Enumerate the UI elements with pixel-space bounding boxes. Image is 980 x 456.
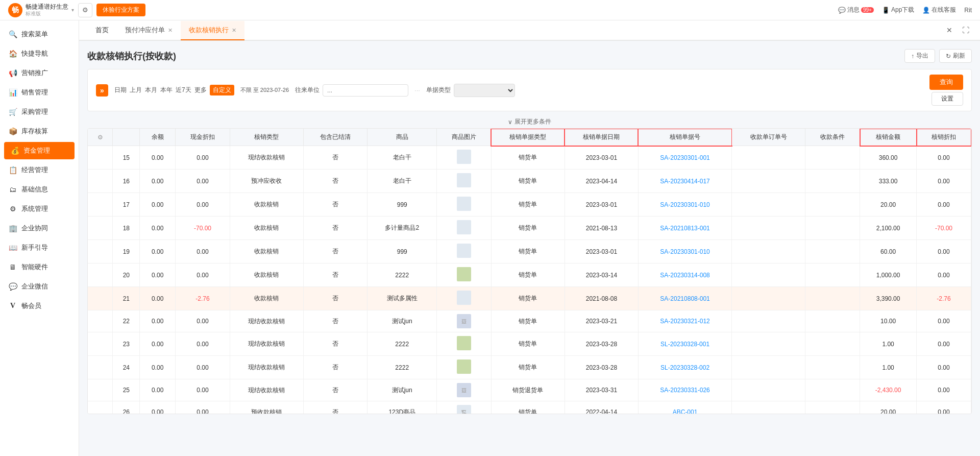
col-writeoff-bill-no-cell[interactable]: SA-20230414-017 [638,170,731,193]
filter-date-this-year[interactable]: 本年 [160,86,173,94]
tab-expand-icon[interactable]: ⛶ [960,24,972,36]
setting-button[interactable]: 设置 [932,92,963,106]
filter-counterparty-input[interactable] [323,84,408,97]
base-icon: 🗂 [8,185,17,194]
col-writeoff-type-cell: 收款核销 [230,193,303,217]
col-writeoff-bill-no-cell[interactable]: SA-20210808-001 [638,287,731,310]
col-writeoff-type: 核销类型 [230,129,303,146]
col-include-settled-cell: 否 [303,310,367,332]
writeoff-bill-no-link[interactable]: SA-20230301-010 [660,248,709,255]
tab-receipt-label: 收款核销执行 [189,26,229,35]
expand-more-conditions[interactable]: ∨ 展开更多条件 [87,115,972,128]
sidebar-item-quicknav[interactable]: 🏠 快捷导航 [0,44,79,63]
sidebar-item-finance[interactable]: 💰 资金管理 [4,142,75,159]
tab-home[interactable]: 首页 [87,21,117,40]
export-button[interactable]: ↑ 导出 [904,49,935,63]
writeoff-bill-no-link[interactable]: SA-20230414-017 [660,178,709,185]
product-image: 🏗 [457,405,471,414]
writeoff-bill-no-link[interactable]: ABC-001 [673,409,698,414]
col-receipt-order-no: 收款单订单号 [732,129,805,146]
col-writeoff-bill-no-cell[interactable]: SA-20230314-008 [638,263,731,287]
sidebar-item-marketing[interactable]: 📢 营销推广 [0,63,79,83]
logo-dropdown-arrow[interactable]: ▾ [71,7,74,13]
col-gear-cell [88,240,113,263]
export-icon: ↑ [911,53,914,60]
col-writeoff-amount-cell: 20.00 [860,401,917,415]
writeoff-bill-no-link[interactable]: SA-20210808-001 [660,295,709,302]
col-writeoff-bill-no-cell[interactable]: SA-20230301-010 [638,240,731,263]
col-writeoff-bill-no-cell[interactable]: SA-20230331-026 [638,379,731,401]
col-gear[interactable]: ⚙ [88,129,113,146]
sidebar-label-inventory: 库存核算 [21,127,48,136]
col-writeoff-bill-no-cell[interactable]: ABC-001 [638,401,731,415]
search-icon: 🔍 [8,30,17,39]
col-writeoff-bill-no-cell[interactable]: SL-20230328-002 [638,356,731,379]
filter-date-this-month[interactable]: 本月 [145,86,157,94]
writeoff-bill-no-link[interactable]: SA-20230301-010 [660,201,709,208]
query-button[interactable]: 查询 [929,75,963,90]
col-seq-cell: 26 [113,401,140,415]
filter-date-7days[interactable]: 近7天 [176,86,191,94]
tab-prepay-close[interactable]: ✕ [168,27,173,34]
message-badge[interactable]: 💬 消息 99+ [838,6,874,14]
filter-date-last-month[interactable]: 上月 [130,86,142,94]
writeoff-bill-no-link[interactable]: SA-20230321-012 [660,318,709,325]
writeoff-bill-no-link[interactable]: SL-20230328-002 [660,364,709,371]
tab-prepay[interactable]: 预付冲应付单 ✕ [117,21,181,40]
col-seq-cell: 23 [113,332,140,356]
sidebar-item-member[interactable]: V 畅会员 [0,296,79,316]
writeoff-bill-no-link[interactable]: SA-20230301-001 [660,154,709,161]
col-writeoff-bill-no-cell[interactable]: SA-20230301-001 [638,146,731,170]
col-cash-discount-cell: 0.00 [176,263,230,287]
sidebar-label-system: 系统管理 [21,204,48,213]
sidebar-item-enterprise[interactable]: 🏢 企业协同 [0,219,79,238]
col-writeoff-bill-no-cell[interactable]: SA-20210813-001 [638,217,731,240]
writeoff-bill-no-link[interactable]: SL-20230328-001 [660,341,709,348]
sidebar-item-sales[interactable]: 📊 销售管理 [0,83,79,102]
refresh-button[interactable]: ↻ 刷新 [939,49,972,63]
sidebar-item-wechat[interactable]: 💬 企业微信 [0,277,79,296]
col-writeoff-discount-cell: 0.00 [917,356,971,379]
col-writeoff-bill-type-cell: 销货单 [491,356,565,379]
col-balance-cell: 0.00 [140,217,176,240]
online-service-button[interactable]: 👤 在线客服 [922,6,956,14]
sidebar-item-purchase[interactable]: 🛒 采购管理 [0,102,79,122]
sidebar-item-inventory[interactable]: 📦 库存核算 [0,122,79,141]
filter-date-custom[interactable]: 自定义 [210,85,234,95]
phone-icon: 📱 [882,7,890,14]
filter-expand-button[interactable]: » [96,84,108,97]
app-download-button[interactable]: 📱 App下载 [882,6,914,14]
col-gear-cell [88,170,113,193]
writeoff-bill-no-link[interactable]: SA-20230331-026 [660,387,709,394]
col-writeoff-discount-cell: -2.76 [917,287,971,310]
filter-date-more[interactable]: 更多 [194,86,207,94]
sidebar-item-base[interactable]: 🗂 基础信息 [0,180,79,199]
writeoff-bill-no-link[interactable]: SA-20230314-008 [660,272,709,279]
tab-close-all-icon[interactable]: ✕ [943,24,955,36]
col-receipt-condition-cell [805,240,860,263]
sidebar-item-search[interactable]: 🔍 搜索菜单 [0,25,79,44]
col-gear-cell [88,356,113,379]
col-balance-cell: 0.00 [140,193,176,217]
col-writeoff-bill-type-cell: 销货单 [491,170,565,193]
col-writeoff-bill-no-cell[interactable]: SL-20230328-001 [638,332,731,356]
col-writeoff-bill-no-cell[interactable]: SA-20230301-010 [638,193,731,217]
filter-bill-type-select[interactable] [454,84,515,97]
top-bar-right: 💬 消息 99+ 📱 App下载 👤 在线客服 Rit [838,6,972,14]
sidebar-item-system[interactable]: ⚙ 系统管理 [0,199,79,219]
industry-solution-button[interactable]: 休验行业方案 [96,4,145,16]
settings-gear-button[interactable]: ⚙ [78,3,92,17]
col-writeoff-bill-type-cell: 销货单 [491,287,565,310]
tab-receipt[interactable]: 收款核销执行 ✕ [181,21,244,40]
sidebar-item-guide[interactable]: 📖 新手引导 [0,238,79,257]
col-writeoff-bill-no-cell[interactable]: SA-20230321-012 [638,310,731,332]
sidebar-item-hardware[interactable]: 🖥 智能硬件 [0,257,79,277]
user-name[interactable]: Rit [964,7,972,14]
sidebar-item-operations[interactable]: 📋 经营管理 [0,160,79,180]
tab-bar: 首页 预付冲应付单 ✕ 收款核销执行 ✕ ✕ ⛶ [79,20,980,41]
tab-receipt-close[interactable]: ✕ [232,27,236,34]
col-writeoff-type-cell: 收款核销 [230,217,303,240]
writeoff-bill-no-link[interactable]: SA-20210813-001 [660,225,709,232]
col-writeoff-type-cell: 收款核销 [230,240,303,263]
col-writeoff-type-cell: 现结收款核销 [230,310,303,332]
